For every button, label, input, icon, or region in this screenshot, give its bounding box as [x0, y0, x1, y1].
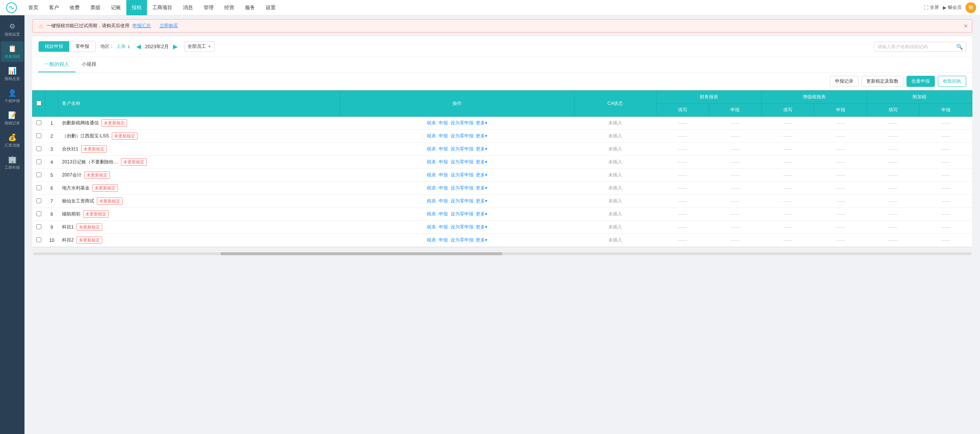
notification-close-button[interactable]: ✕	[964, 23, 968, 29]
op-declare-btn[interactable]: 申报	[439, 146, 448, 152]
op-more-btn[interactable]: 更多▾	[476, 211, 487, 217]
row-f2: ——	[709, 195, 762, 208]
row-checkbox[interactable]	[36, 120, 41, 125]
op-taxform-btn[interactable]: 税表	[427, 120, 436, 126]
nav-invoice[interactable]: 票据	[85, 0, 106, 15]
op-more-btn[interactable]: 更多▾	[476, 159, 487, 165]
op-more-btn[interactable]: 更多▾	[476, 224, 487, 230]
op-zero-declare-btn[interactable]: 设为零申报	[451, 224, 474, 230]
notification-banner: ⚠ 一键报税功能已过试用期，请购买后使用 申报汇总 立即购买 ✕	[32, 19, 972, 33]
horizontal-scrollbar[interactable]	[32, 251, 972, 256]
sidebar-item-tax-settings[interactable]: ⚙ 报税设置	[1, 19, 24, 40]
row-checkbox[interactable]	[36, 159, 41, 164]
nav-client[interactable]: 客户	[44, 0, 64, 15]
sub-tab-small-scale[interactable]: 小规模	[75, 57, 103, 72]
op-zero-declare-btn[interactable]: 设为零申报	[451, 159, 474, 165]
op-taxform-btn[interactable]: 税表	[427, 198, 436, 204]
op-declare-btn[interactable]: 申报	[439, 120, 448, 126]
op-taxform-btn[interactable]: 税表	[427, 224, 436, 230]
sidebar-item-tax-records[interactable]: 📝 报税记录	[1, 108, 24, 129]
op-zero-declare-btn[interactable]: 设为零申报	[451, 133, 474, 139]
sidebar-item-batch-tax[interactable]: 📋 批量报税	[1, 41, 24, 62]
row-checkbox[interactable]	[36, 224, 41, 229]
date-next-button[interactable]: ▶	[171, 42, 180, 51]
op-more-btn[interactable]: 更多▾	[476, 237, 487, 243]
row-no: 5	[46, 169, 58, 182]
nav-operation[interactable]: 经营	[219, 0, 240, 15]
region-info-icon[interactable]: ℹ	[128, 44, 130, 49]
avatar[interactable]: 畅	[965, 2, 976, 13]
op-declare-btn[interactable]: 申报	[439, 224, 448, 230]
op-taxform-btn[interactable]: 税表	[427, 237, 436, 243]
nav-billing[interactable]: 收费	[64, 0, 85, 15]
nav-ledger[interactable]: 记账	[106, 0, 126, 15]
sidebar-item-annual-settlement[interactable]: 💰 汇算清缴	[1, 130, 24, 151]
sidebar-label-tax-settings: 报税设置	[5, 32, 20, 37]
op-taxform-btn[interactable]: 税表	[427, 185, 436, 191]
tab-zero-declaration[interactable]: 零申报	[69, 41, 95, 52]
row-checkbox[interactable]	[36, 211, 41, 216]
sidebar-item-tax-overview[interactable]: 📊 报税总览	[1, 64, 24, 84]
row-checkbox[interactable]	[36, 185, 41, 190]
op-declare-btn[interactable]: 申报	[439, 237, 448, 243]
op-zero-declare-btn[interactable]: 设为零申报	[451, 120, 474, 126]
row-checkbox[interactable]	[36, 198, 41, 203]
search-icon[interactable]: 🔍	[956, 44, 963, 50]
sub-tab-general[interactable]: 一般的税人	[38, 57, 75, 72]
row-no: 6	[46, 182, 58, 195]
op-declare-btn[interactable]: 申报	[439, 211, 448, 217]
op-more-btn[interactable]: 更多▾	[476, 198, 487, 204]
op-declare-btn[interactable]: 申报	[439, 133, 448, 139]
op-declare-btn[interactable]: 申报	[439, 185, 448, 191]
op-taxform-btn[interactable]: 税表	[427, 211, 436, 217]
staff-selector[interactable]: 全部员工 ▼	[184, 41, 215, 52]
batch-declare-button[interactable]: 批量申报	[906, 76, 935, 87]
nav-tax[interactable]: 报税	[126, 0, 147, 15]
nav-business[interactable]: 工商项目	[147, 0, 178, 15]
update-button[interactable]: 更新税定及取数	[861, 76, 903, 87]
nav-message[interactable]: 消息	[178, 0, 198, 15]
op-taxform-btn[interactable]: 税表	[427, 133, 436, 139]
op-zero-declare-btn[interactable]: 设为零申报	[451, 172, 474, 178]
sidebar-item-business-annual[interactable]: 🏢 工商年报	[1, 152, 24, 173]
nav-home[interactable]: 首页	[23, 0, 44, 15]
nav-service[interactable]: 服务	[240, 0, 260, 15]
op-more-btn[interactable]: 更多▾	[476, 172, 487, 178]
row-t2: ——	[814, 195, 867, 208]
notification-link-buy[interactable]: 立即购买	[160, 23, 178, 29]
tab-tax-declaration[interactable]: 税款申报	[39, 41, 69, 52]
collect-receipt-button[interactable]: 收取回执	[938, 76, 966, 87]
nav-settings[interactable]: 设置	[260, 0, 281, 15]
row-checkbox[interactable]	[36, 172, 41, 177]
app-logo[interactable]	[4, 0, 19, 15]
scroll-thumb[interactable]	[220, 252, 502, 255]
row-checkbox[interactable]	[36, 146, 41, 151]
op-more-btn[interactable]: 更多▾	[476, 185, 487, 191]
select-all-checkbox[interactable]	[36, 101, 41, 106]
op-zero-declare-btn[interactable]: 设为零申报	[451, 146, 474, 152]
row-checkbox[interactable]	[36, 237, 41, 242]
op-zero-declare-btn[interactable]: 设为零申报	[451, 211, 474, 217]
op-more-btn[interactable]: 更多▾	[476, 146, 487, 152]
search-input[interactable]	[877, 44, 954, 49]
op-taxform-btn[interactable]: 税表	[427, 172, 436, 178]
nav-manage[interactable]: 管理	[198, 0, 219, 15]
row-checkbox[interactable]	[36, 133, 41, 138]
op-declare-btn[interactable]: 申报	[439, 172, 448, 178]
op-declare-btn[interactable]: 申报	[439, 159, 448, 165]
op-more-btn[interactable]: 更多▾	[476, 120, 487, 126]
op-taxform-btn[interactable]: 税表	[427, 146, 436, 152]
sidebar-item-personal-tax[interactable]: 👤 个税申报	[1, 86, 24, 106]
member-button[interactable]: ▶ 畅会员	[943, 4, 962, 11]
op-zero-declare-btn[interactable]: 设为零申报	[451, 198, 474, 204]
row-no: 2	[46, 130, 58, 143]
fullscreen-button[interactable]: ⛶ 全屏	[924, 4, 939, 11]
date-prev-button[interactable]: ◀	[134, 42, 143, 51]
notification-link-summary[interactable]: 申报汇总	[132, 23, 151, 29]
op-zero-declare-btn[interactable]: 设为零申报	[451, 237, 474, 243]
record-button[interactable]: 申报记录	[830, 76, 858, 87]
op-declare-btn[interactable]: 申报	[439, 198, 448, 204]
op-more-btn[interactable]: 更多▾	[476, 133, 487, 139]
op-taxform-btn[interactable]: 税表	[427, 159, 436, 165]
op-zero-declare-btn[interactable]: 设为零申报	[451, 185, 474, 191]
